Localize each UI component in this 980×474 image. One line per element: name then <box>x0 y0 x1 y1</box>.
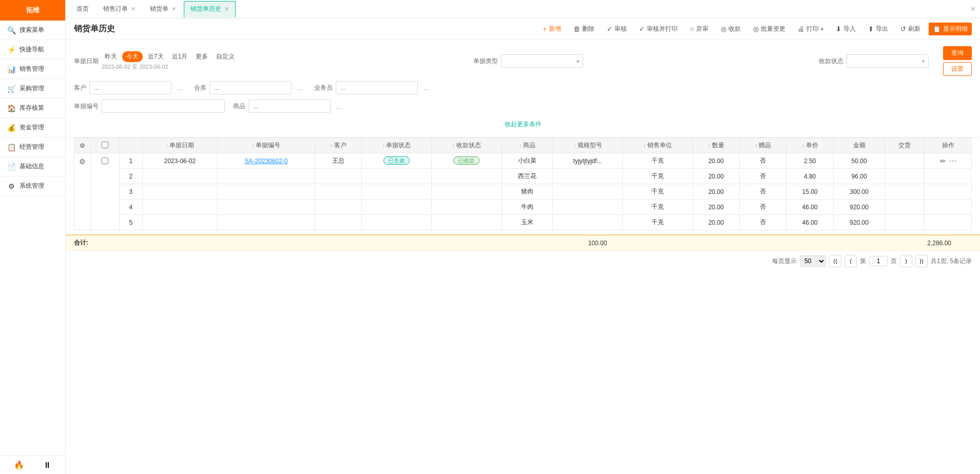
tab-sales-order[interactable]: 销售订单 ✕ <box>97 1 142 17</box>
print-icon: 🖨 <box>798 25 804 33</box>
date-tab-more[interactable]: 更多 <box>193 51 211 62</box>
row-doc-number <box>218 169 315 184</box>
sidebar-item-search-menu[interactable]: 🔍 搜索菜单 <box>0 21 65 40</box>
warehouse-input[interactable] <box>209 81 292 94</box>
settings-button[interactable]: 设置 <box>943 62 972 76</box>
product-input[interactable] <box>248 100 331 113</box>
row-customer <box>315 169 361 184</box>
staff-input[interactable] <box>336 81 418 94</box>
spec-col-header[interactable]: 规格型号 <box>552 138 623 153</box>
customer-col-header[interactable]: 客户 <box>315 138 361 153</box>
table-scroll[interactable]: ⚙ 单据日期 单据编号 客户 单据状态 收款状态 商品 <box>74 137 972 230</box>
warehouse-picker-button[interactable]: … <box>295 84 306 92</box>
export-icon: ⬆ <box>868 25 874 33</box>
export-button[interactable]: ⬆ 导出 <box>864 23 892 35</box>
row-unit-price: 2.50 <box>786 153 833 169</box>
doc-status-col-header[interactable]: 单据状态 <box>361 138 431 153</box>
sidebar-item-sales-mgmt[interactable]: 📊 销售管理 <box>0 60 65 79</box>
first-page-button[interactable]: ⟨⟨ <box>829 255 841 267</box>
qty-col-header[interactable]: 数量 <box>693 138 739 153</box>
pause-icon[interactable]: ⏸ <box>43 461 51 470</box>
audit-button[interactable]: ✓ 审核 <box>603 23 631 35</box>
date-tab-today[interactable]: 今天 <box>122 51 143 62</box>
audit-print-button[interactable]: ✓ 审核并打印 <box>635 23 682 35</box>
doc-type-select[interactable] <box>501 54 583 68</box>
row-product: 牛肉 <box>502 200 552 215</box>
next-page-button[interactable]: ⟩ <box>900 255 912 267</box>
row-checkbox[interactable] <box>102 157 108 164</box>
sidebar-item-basic-info[interactable]: 📄 基础信息 <box>0 157 65 176</box>
unit-col-header[interactable]: 销售单位 <box>623 138 693 153</box>
date-tab-custom[interactable]: 自定义 <box>213 51 238 62</box>
show-detail-button[interactable]: 📋 显示明细 <box>929 23 972 35</box>
sidebar-item-purchase-mgmt[interactable]: 🛒 采购管理 <box>0 79 65 98</box>
tab-home[interactable]: 首页 <box>70 1 95 17</box>
tab-close-sales-history[interactable]: ✕ <box>224 6 229 12</box>
pay-status-col-header[interactable]: 收款状态 <box>432 138 502 153</box>
collapse-button[interactable]: 收起更多条件 <box>501 118 546 131</box>
filter-row-1: 单据日期 昨天 今天 近7天 近1月 更多 自定义 2023-06-02 至 2… <box>74 46 972 76</box>
customer-picker-button[interactable]: … <box>175 84 186 92</box>
filter-date-item: 单据日期 昨天 今天 近7天 近1月 更多 自定义 2023-06-02 至 2… <box>74 51 238 71</box>
product-col-header[interactable]: 商品 <box>502 138 552 153</box>
tab-sales-history[interactable]: 销货单历史 ✕ <box>184 1 236 17</box>
main-area: 首页 销售订单 ✕ 销货单 ✕ 销货单历史 ✕ ✕ 销货单历史 + 新增 <box>66 0 980 474</box>
rownum-col-header <box>120 138 142 153</box>
product-picker-button[interactable]: … <box>334 102 345 110</box>
query-button[interactable]: 查询 <box>943 46 972 60</box>
row-doc-number: SA-20230602-0 <box>218 153 315 169</box>
inventory-icon: 🏠 <box>7 104 15 112</box>
table-body: ⚙ 1 2023-06-02 SA-20230602-0 王总 已生效 已收款 … <box>74 153 972 230</box>
select-all-checkbox[interactable] <box>102 142 108 148</box>
page-input[interactable] <box>869 256 888 266</box>
fire-icon[interactable]: 🔥 <box>14 460 24 470</box>
abandon-button[interactable]: ○ 弃审 <box>686 23 713 35</box>
date-tab-yesterday[interactable]: 昨天 <box>102 51 120 62</box>
batch-change-button[interactable]: ◎ 批量变更 <box>749 23 790 35</box>
import-button[interactable]: ⬇ 导入 <box>832 23 860 35</box>
refresh-button[interactable]: ↺ 刷新 <box>896 23 925 35</box>
delete-button[interactable]: 🗑 删除 <box>569 23 599 35</box>
row-amount: 920.00 <box>833 200 885 215</box>
last-page-button[interactable]: ⟩⟩ <box>915 255 928 267</box>
per-page-select[interactable]: 50 100 <box>800 255 826 267</box>
collect-button[interactable]: ◎ 收款 <box>717 23 745 35</box>
prev-page-button[interactable]: ⟨ <box>844 255 857 267</box>
warehouse-label: 合库 <box>194 84 206 92</box>
row-gear-button[interactable]: ⚙ <box>79 157 86 166</box>
doc-number-input[interactable] <box>102 100 225 113</box>
sidebar-item-system[interactable]: ⚙ 系统管理 <box>0 176 65 196</box>
sidebar-item-finance[interactable]: 💰 资金管理 <box>0 118 65 137</box>
row-amount: 96.00 <box>833 169 885 184</box>
add-button[interactable]: + 新增 <box>539 23 566 35</box>
row-num: 2 <box>120 169 142 184</box>
tab-close-sales-order[interactable]: ✕ <box>131 6 136 12</box>
date-tab-7days[interactable]: 近7天 <box>145 51 167 62</box>
sidebar-item-inventory[interactable]: 🏠 库存核算 <box>0 98 65 118</box>
per-page-label: 每页显示 <box>772 257 797 266</box>
tab-sales-delivery[interactable]: 销货单 ✕ <box>143 1 183 17</box>
tab-close-sales-delivery[interactable]: ✕ <box>171 6 176 12</box>
customer-input[interactable] <box>89 81 171 94</box>
more-button[interactable]: ⋯ <box>949 157 956 165</box>
staff-picker-button[interactable]: … <box>421 84 432 92</box>
sidebar-item-label: 资金管理 <box>20 123 44 132</box>
sidebar-item-label: 快捷导航 <box>20 45 44 54</box>
doc-number-col-header[interactable]: 单据编号 <box>218 138 315 153</box>
pay-status-label: 收款状态 <box>819 57 843 66</box>
print-button[interactable]: 🖨 打印 ▾ <box>794 23 828 35</box>
close-all-tabs-button[interactable]: ✕ <box>970 5 976 13</box>
finance-icon: 💰 <box>7 124 15 132</box>
gear-icon[interactable]: ⚙ <box>80 142 85 149</box>
sidebar-item-quick-nav[interactable]: ⚡ 快捷导航 <box>0 40 65 60</box>
gift-col-header[interactable]: 赠品 <box>740 138 786 153</box>
date-tab-1month[interactable]: 近1月 <box>169 51 191 62</box>
row-action: ✏ ⋯ <box>925 153 972 169</box>
doc-date-col-header[interactable]: 单据日期 <box>142 138 218 153</box>
edit-button[interactable]: ✏ <box>940 157 946 165</box>
row-amount: 300.00 <box>833 184 885 200</box>
doc-number-link[interactable]: SA-20230602-0 <box>244 157 287 165</box>
sidebar-item-operations[interactable]: 📋 经营管理 <box>0 137 65 157</box>
unit-price-col-header[interactable]: 单价 <box>786 138 833 153</box>
pay-status-select[interactable] <box>847 54 929 68</box>
